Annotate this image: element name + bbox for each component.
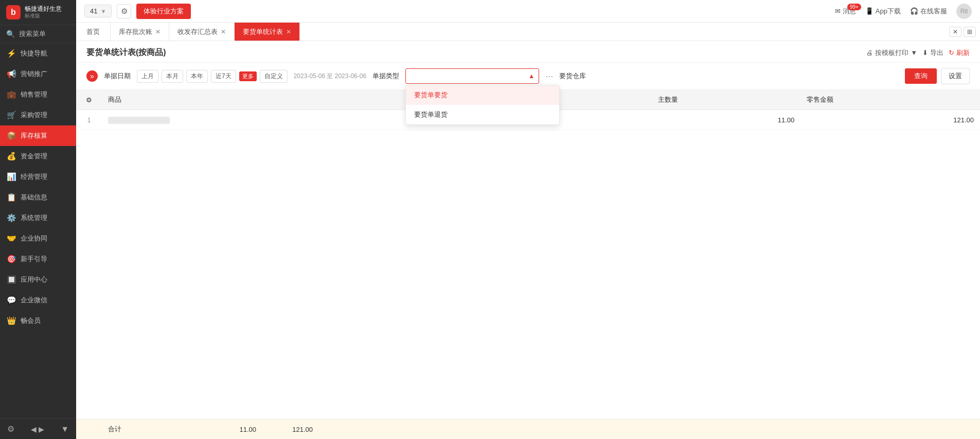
row-amount: 121.00	[800, 110, 980, 130]
page-header: 要货单统计表(按商品) 🖨 按模板打印 ▼ ⬇ 导出 ↻ 刷新	[76, 41, 980, 63]
col-product: 商品	[102, 90, 442, 110]
table-settings-icon[interactable]: ⚙	[86, 96, 92, 104]
row-product	[102, 110, 442, 130]
dropdown-item-return[interactable]: 要货单退货	[406, 105, 559, 124]
enterprise-icon: 🤝	[6, 234, 16, 243]
sidebar-item-guide[interactable]: 🎯 新手引导	[0, 249, 76, 269]
maximize-tab-btn[interactable]: ⊞	[964, 27, 976, 37]
member-icon: 👑	[6, 316, 16, 325]
type-dropdown-menu: 要货单要货 要货单退货	[405, 85, 560, 125]
type-filter-value	[410, 71, 417, 81]
sidebar-item-label: 资金管理	[21, 152, 47, 161]
sidebar-item-system[interactable]: ⚙️ 系统管理	[0, 208, 76, 228]
gear-icon: ⚙	[121, 7, 128, 16]
sidebar-item-label: 企业微信	[21, 296, 47, 305]
sidebar-scroll-down[interactable]: ▼	[61, 425, 69, 434]
online-service-label: 在线客服	[920, 7, 947, 16]
tab-collection-summary[interactable]: 收发存汇总表 ✕	[169, 23, 235, 41]
more-dates-badge[interactable]: 更多	[239, 71, 257, 81]
sidebar-item-label: 企业协同	[21, 234, 47, 243]
message-badge: 99+	[847, 4, 861, 10]
this-year-btn[interactable]: 本年	[186, 70, 208, 83]
sidebar-item-finance[interactable]: 💰 资金管理	[0, 146, 76, 167]
sidebar-item-inventory[interactable]: 📦 库存核算	[0, 125, 76, 146]
table-footer: 合计 11.00 121.00	[76, 419, 980, 439]
sidebar-item-enterprise[interactable]: 🤝 企业协同	[0, 228, 76, 249]
tab-home[interactable]: 首页	[76, 23, 111, 41]
this-month-btn[interactable]: 本月	[162, 70, 183, 83]
operations-icon: 📊	[6, 172, 16, 181]
sidebar-item-marketing[interactable]: 📢 营销推广	[0, 64, 76, 84]
sidebar-item-wechat[interactable]: 💬 企业微信	[0, 290, 76, 310]
tab-label: 要货单统计表	[243, 27, 283, 36]
chevron-down-icon: ▼	[100, 8, 106, 14]
tab-close-icon[interactable]: ✕	[155, 28, 161, 35]
sidebar-item-label: 快捷导航	[21, 49, 47, 58]
export-action[interactable]: ⬇ 导出	[922, 48, 943, 58]
main-area: 41 ▼ ⚙ 体验行业方案 ✉ 消息 99+ 📱 App下载 🎧 在线客服	[76, 0, 980, 439]
tab-label: 收发存汇总表	[177, 27, 218, 36]
col-settings[interactable]: ⚙	[76, 90, 102, 110]
type-label: 单据类型	[372, 71, 399, 81]
tab-inventory-batch[interactable]: 库存批次账 ✕	[111, 23, 169, 41]
col-quantity: 主数量	[652, 90, 800, 110]
expand-filter-btn[interactable]: »	[86, 70, 98, 82]
export-label: 导出	[930, 48, 943, 58]
footer-total-amount: 121.00	[262, 426, 319, 433]
sidebar-item-operations[interactable]: 📊 经营管理	[0, 167, 76, 187]
app-version: 标准版	[25, 12, 62, 20]
tab-label: 首页	[86, 27, 100, 36]
tab-requisition-stats[interactable]: 要货单统计表 ✕	[235, 23, 300, 41]
trial-button[interactable]: 体验行业方案	[136, 4, 191, 19]
logo-icon: b	[6, 5, 21, 20]
tab-close-icon[interactable]: ✕	[221, 28, 226, 35]
store-name: 41	[90, 7, 97, 15]
sidebar-item-label: 系统管理	[21, 213, 47, 223]
dropdown-item-requisition[interactable]: 要货单要货	[406, 85, 559, 105]
footer-label: 合计	[82, 425, 206, 434]
more-filters-btn[interactable]: ···	[545, 71, 553, 81]
message-icon: ✉	[835, 7, 841, 15]
topbar-left: 41 ▼ ⚙ 体验行业方案	[84, 4, 191, 19]
date-label: 单据日期	[104, 71, 131, 81]
sidebar-item-quick-nav[interactable]: ⚡ 快捷导航	[0, 43, 76, 64]
purchase-icon: 🛒	[6, 111, 16, 120]
sidebar-item-label: 销售管理	[21, 90, 47, 99]
custom-date-btn[interactable]: 自定义	[260, 70, 288, 83]
sidebar-item-purchase[interactable]: 🛒 采购管理	[0, 105, 76, 125]
message-item[interactable]: ✉ 消息 99+	[835, 7, 856, 16]
sidebar-item-label: 畅会员	[21, 316, 41, 325]
topbar: 41 ▼ ⚙ 体验行业方案 ✉ 消息 99+ 📱 App下载 🎧 在线客服	[76, 0, 980, 23]
page-actions: 🖨 按模板打印 ▼ ⬇ 导出 ↻ 刷新	[866, 48, 970, 58]
sidebar-item-member[interactable]: 👑 畅会员	[0, 310, 76, 331]
settings-button[interactable]: 设置	[941, 68, 970, 84]
print-action[interactable]: 🖨 按模板打印 ▼	[866, 48, 917, 58]
system-icon: ⚙️	[6, 213, 16, 223]
app-download-item[interactable]: 📱 App下载	[865, 7, 901, 16]
gear-button[interactable]: ⚙	[117, 4, 131, 19]
online-service-item[interactable]: 🎧 在线客服	[910, 7, 947, 16]
last-7-days-btn[interactable]: 近7天	[211, 70, 236, 83]
sidebar-settings-icon[interactable]: ⚙	[7, 424, 14, 434]
sidebar-collapse-btn[interactable]: ◀ ▶	[31, 425, 44, 433]
type-filter-select[interactable]: ▲	[405, 68, 539, 84]
row-no: 1	[76, 110, 102, 130]
refresh-action[interactable]: ↻ 刷新	[949, 48, 970, 58]
store-selector[interactable]: 41 ▼	[84, 5, 112, 17]
search-menu-item[interactable]: 🔍 搜索菜单	[0, 25, 76, 43]
last-month-btn[interactable]: 上月	[137, 70, 158, 83]
row-quantity: 11.00	[652, 110, 800, 130]
user-avatar[interactable]: Rit	[956, 4, 972, 19]
sidebar-item-label: 基础信息	[21, 193, 47, 202]
sidebar-item-appstore[interactable]: 🔲 应用中心	[0, 269, 76, 290]
guide-icon: 🎯	[6, 254, 16, 264]
sidebar-item-label: 新手引导	[21, 254, 47, 264]
close-current-tab-btn[interactable]: ✕	[949, 27, 961, 37]
refresh-icon: ↻	[949, 49, 954, 57]
sidebar-item-sales[interactable]: 💼 销售管理	[0, 84, 76, 105]
sidebar-item-basic[interactable]: 📋 基础信息	[0, 187, 76, 208]
sidebar-bottom: ⚙ ◀ ▶ ▼	[0, 418, 76, 439]
query-button[interactable]: 查询	[905, 68, 937, 84]
data-table-wrap: ⚙ 商品 主计量单位 主数量 零售金额 1 块 11.00 121.00	[76, 90, 980, 419]
tab-close-icon[interactable]: ✕	[286, 28, 291, 35]
